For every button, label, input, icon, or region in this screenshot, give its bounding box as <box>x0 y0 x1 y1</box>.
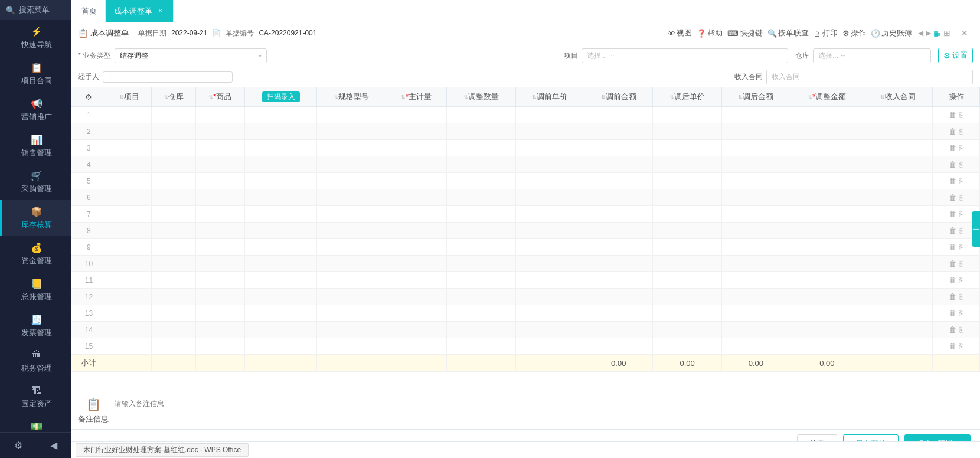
cell-after_unit_price[interactable] <box>653 189 721 206</box>
cell-scan[interactable] <box>244 305 317 322</box>
cell-before_unit_price[interactable] <box>515 156 584 173</box>
warehouse-input[interactable]: 选择... ··· <box>813 48 931 63</box>
cell-product[interactable] <box>195 272 244 289</box>
delete-icon-3[interactable]: 🗑 <box>949 143 956 152</box>
sidebar-item-fixed-assets[interactable]: 🏗 固定资产 <box>0 380 71 415</box>
cell-spec_type[interactable] <box>317 322 386 338</box>
sidebar-item-tax[interactable]: 🏛 税务管理 <box>0 344 71 380</box>
cell-adjust_amount[interactable] <box>790 272 864 289</box>
cell-settings[interactable]: 2 <box>71 123 107 140</box>
tab-close-cost-adjust[interactable]: ✕ <box>156 6 165 15</box>
cell-after_unit_price[interactable] <box>653 123 721 140</box>
cell-before_amount[interactable] <box>584 256 653 272</box>
toolbar-btn-view[interactable]: 👁视图 <box>668 28 692 38</box>
col-header-settings[interactable]: ⚙ <box>71 87 107 107</box>
copy-icon-10[interactable]: ⎘ <box>959 259 963 268</box>
col-settings-icon[interactable]: ⚙ <box>85 93 92 102</box>
cell-adjust_qty[interactable] <box>447 173 515 189</box>
cell-project[interactable] <box>107 338 151 355</box>
cell-unit[interactable] <box>386 173 447 189</box>
cell-spec_type[interactable] <box>317 338 386 355</box>
cell-adjust_amount[interactable] <box>790 189 864 206</box>
sidebar-item-invoice[interactable]: 🧾 发票管理 <box>0 308 71 344</box>
cell-income_contract[interactable] <box>864 206 932 223</box>
cell-product[interactable] <box>195 289 244 305</box>
cell-after_amount[interactable] <box>721 322 790 338</box>
cell-settings[interactable]: 1 <box>71 107 107 123</box>
cell-scan[interactable] <box>244 173 317 189</box>
copy-icon-3[interactable]: ⎘ <box>959 143 963 152</box>
copy-icon-5[interactable]: ⎘ <box>959 176 963 185</box>
cell-income_contract[interactable] <box>864 173 932 189</box>
sidebar-item-finance[interactable]: 💰 资金管理 <box>0 236 71 272</box>
cell-adjust_amount[interactable] <box>790 107 864 123</box>
cell-warehouse[interactable] <box>151 189 195 206</box>
cell-project[interactable] <box>107 239 151 256</box>
cell-income_contract[interactable] <box>864 289 932 305</box>
cell-before_unit_price[interactable] <box>515 338 584 355</box>
copy-icon-7[interactable]: ⎘ <box>959 210 963 218</box>
cell-scan[interactable] <box>244 206 317 223</box>
expand-icon[interactable]: ⊞ <box>943 28 950 38</box>
cell-before_amount[interactable] <box>584 223 653 239</box>
cell-adjust_amount[interactable] <box>790 305 864 322</box>
cell-unit[interactable] <box>386 140 447 156</box>
cell-adjust_qty[interactable] <box>447 322 515 338</box>
cell-income_contract[interactable] <box>864 256 932 272</box>
sidebar-item-inventory[interactable]: 📦 库存核算 <box>0 200 71 236</box>
toolbar-btn-help[interactable]: ❓帮助 <box>697 28 723 38</box>
cell-warehouse[interactable] <box>151 239 195 256</box>
cell-spec_type[interactable] <box>317 272 386 289</box>
cell-after_unit_price[interactable] <box>653 156 721 173</box>
cell-before_amount[interactable] <box>584 107 653 123</box>
cell-adjust_qty[interactable] <box>447 206 515 223</box>
cell-after_amount[interactable] <box>721 123 790 140</box>
cell-product[interactable] <box>195 123 244 140</box>
cell-adjust_qty[interactable] <box>447 338 515 355</box>
cell-unit[interactable] <box>386 206 447 223</box>
cell-settings[interactable]: 9 <box>71 239 107 256</box>
copy-icon-8[interactable]: ⎘ <box>959 226 963 235</box>
delete-icon-9[interactable]: 🗑 <box>949 243 956 251</box>
cell-warehouse[interactable] <box>151 206 195 223</box>
cell-spec_type[interactable] <box>317 223 386 239</box>
cell-product[interactable] <box>195 189 244 206</box>
cell-adjust_qty[interactable] <box>447 223 515 239</box>
cell-adjust_amount[interactable] <box>790 173 864 189</box>
cell-scan[interactable] <box>244 239 317 256</box>
cell-adjust_qty[interactable] <box>447 189 515 206</box>
cell-before_unit_price[interactable] <box>515 173 584 189</box>
cell-spec_type[interactable] <box>317 107 386 123</box>
cell-product[interactable] <box>195 206 244 223</box>
cell-warehouse[interactable] <box>151 305 195 322</box>
sidebar-item-purchase[interactable]: 🛒 采购管理 <box>0 164 71 200</box>
cell-project[interactable] <box>107 256 151 272</box>
cell-adjust_qty[interactable] <box>447 239 515 256</box>
cell-spec_type[interactable] <box>317 239 386 256</box>
tab-cost-adjust[interactable]: 成本调整单✕ <box>106 0 174 22</box>
toolbar-btn-shortcut[interactable]: ⌨快捷键 <box>727 28 763 38</box>
cell-adjust_qty[interactable] <box>447 305 515 322</box>
cell-warehouse[interactable] <box>151 107 195 123</box>
cell-before_unit_price[interactable] <box>515 223 584 239</box>
delete-icon-6[interactable]: 🗑 <box>949 193 956 202</box>
sidebar-item-marketing[interactable]: 📢 营销推广 <box>0 92 71 128</box>
cell-scan[interactable] <box>244 272 317 289</box>
cell-warehouse[interactable] <box>151 272 195 289</box>
cell-scan[interactable] <box>244 156 317 173</box>
cell-product[interactable] <box>195 322 244 338</box>
cell-after_unit_price[interactable] <box>653 140 721 156</box>
cell-project[interactable] <box>107 156 151 173</box>
cell-after_unit_price[interactable] <box>653 338 721 355</box>
cell-scan[interactable] <box>244 322 317 338</box>
toolbar-btn-audit[interactable]: 🔍按单联查 <box>767 28 809 38</box>
cell-before_amount[interactable] <box>584 123 653 140</box>
cell-project[interactable] <box>107 223 151 239</box>
cell-spec_type[interactable] <box>317 289 386 305</box>
nav-next-icon[interactable]: ▶ <box>926 29 931 37</box>
delete-icon-8[interactable]: 🗑 <box>949 226 956 235</box>
cell-income_contract[interactable] <box>864 322 932 338</box>
cell-warehouse[interactable] <box>151 289 195 305</box>
copy-icon-6[interactable]: ⎘ <box>959 193 963 202</box>
cell-warehouse[interactable] <box>151 256 195 272</box>
